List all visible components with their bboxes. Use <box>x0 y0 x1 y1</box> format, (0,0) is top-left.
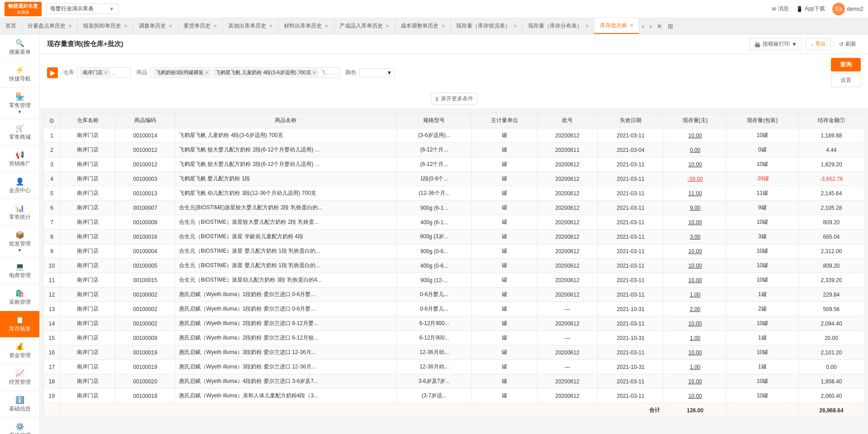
sidebar-item-purchase[interactable]: 🛍️ 采购管理 <box>0 284 39 311</box>
cell-qty-main[interactable]: 10.00 <box>664 316 726 331</box>
marketing-icon: 📢 <box>2 151 38 159</box>
messages-btn[interactable]: ✉ 消息 <box>772 5 789 13</box>
print-btn[interactable]: 🖨️ 按模板打印 ▼ <box>749 38 802 50</box>
sidebar-item-finance[interactable]: 💰 资金管理 <box>0 338 39 364</box>
sidebar-item-management[interactable]: 📈 经营管理 <box>0 364 39 391</box>
cell-qty-main[interactable]: 10.00 <box>664 259 726 273</box>
filter-expand-btn[interactable]: ▶ <box>47 67 58 78</box>
cell-idx: 19 <box>44 389 60 403</box>
cell-qty-main[interactable]: 10.00 <box>664 389 726 403</box>
th-settings: ⚙ <box>44 113 60 128</box>
sidebar-item-mall[interactable]: 🛒 零售商城 <box>0 119 39 146</box>
tab-2-close[interactable]: ✕ <box>124 24 127 28</box>
cell-qty-main[interactable]: 11.00 <box>664 186 726 201</box>
tab-1-close[interactable]: ✕ <box>68 24 72 28</box>
th-expire: 失效日期 <box>597 113 664 128</box>
cell-qty-main[interactable]: 9.00 <box>664 201 726 215</box>
query-button[interactable]: 查询 <box>831 58 861 71</box>
sidebar-item-stats[interactable]: 📊 零售统计 <box>0 199 39 226</box>
sidebar-item-search[interactable]: 🔍 搜索菜单 <box>0 34 39 61</box>
tab-5[interactable]: 其他出库单历史 ✕ <box>223 18 278 34</box>
cell-qty-main[interactable]: 10.00 <box>664 157 726 172</box>
cell-qty-main[interactable]: 0.00 <box>664 143 726 157</box>
cell-qty-main[interactable]: 10.00 <box>664 244 726 259</box>
tab-10[interactable]: 现存量（库存分布表） ✕ <box>523 18 594 34</box>
query-btns: 查询 设置 <box>831 58 861 87</box>
tab-3-close[interactable]: ✕ <box>169 24 172 28</box>
sidebar-item-basic[interactable]: ℹ️ 基础信息 <box>0 391 39 418</box>
tab-menu-btn[interactable]: ⊞ <box>665 18 676 34</box>
warehouse-tags-container[interactable]: 南岸门店 ✕ ... <box>77 67 131 78</box>
tab-11-close[interactable]: ✕ <box>630 23 633 28</box>
table-row: 11 南岸门店 00100015 合生元（BIOSTIME）派星幼儿配方奶粉 3… <box>44 273 864 288</box>
goods-tag-1-close[interactable]: ✕ <box>205 70 208 75</box>
cell-unit: 罐 <box>472 128 538 143</box>
warehouse-tag-1-close[interactable]: ✕ <box>104 70 108 75</box>
tab-9-close[interactable]: ✕ <box>513 24 517 28</box>
goods-tags-container[interactable]: 飞鹤奶粉3段丙罐裸装 ✕ 飞鹤星飞帆 儿童奶粉 4段(3-6岁适用) 700克 … <box>150 67 340 78</box>
top-bar: 畅捷通好生意 标题版 母婴行业演示库表 ▼ ✉ 消息 📱 App下载 Ea de… <box>0 0 868 18</box>
tab-11-active[interactable]: 库存批次账 ✕ <box>594 18 639 34</box>
cell-qty-pkg: 0罐 <box>726 143 798 157</box>
cell-unit: 罐 <box>472 316 538 331</box>
cell-amount: 229.84 <box>798 288 864 302</box>
print-label: 按模板打印 <box>763 40 790 48</box>
cell-qty-main[interactable]: 2.00 <box>664 302 726 316</box>
cell-code: 00100002 <box>115 316 175 331</box>
sidebar-item-marketing[interactable]: 📢 营销推广 <box>0 146 39 173</box>
settings-button[interactable]: 设置 <box>831 73 861 87</box>
cell-qty-main[interactable]: 3.00 <box>664 230 726 244</box>
tab-1[interactable]: 分量盘点单历史 ✕ <box>22 18 78 34</box>
tab-prev-btn[interactable]: ‹ <box>639 18 647 34</box>
sidebar-item-nav[interactable]: ⚡ 快捷导航 <box>0 61 39 88</box>
sidebar-item-members[interactable]: 👤 会员中心 <box>0 173 39 199</box>
tab-5-close[interactable]: ✕ <box>269 24 273 28</box>
cell-qty-main[interactable]: 1.00 <box>664 360 726 374</box>
tab-close-all-btn[interactable]: ✕ <box>654 18 665 34</box>
tab-4-close[interactable]: ✕ <box>213 24 217 28</box>
tab-3[interactable]: 调拨单历史 ✕ <box>133 18 178 34</box>
cell-qty-main[interactable]: 10.00 <box>664 128 726 143</box>
cell-qty-main[interactable]: 1.00 <box>664 331 726 345</box>
cell-idx: 9 <box>44 244 60 259</box>
th-qty-main: 现存量(主) <box>664 113 726 128</box>
tab-6-close[interactable]: ✕ <box>325 24 328 28</box>
cell-qty-main[interactable]: 10.00 <box>664 273 726 288</box>
cell-qty-main[interactable]: 10.00 <box>664 374 726 389</box>
sidebar-item-inventory[interactable]: 📋 库存核算 <box>0 311 39 338</box>
sidebar-item-system[interactable]: ⚙️ 系统管理 <box>0 418 39 434</box>
goods-tag-2-close[interactable]: ✕ <box>312 70 316 75</box>
warehouse-tag-1: 南岸门店 ✕ <box>80 69 110 76</box>
user-info[interactable]: Ea demo2 <box>832 3 863 15</box>
tab-7-close[interactable]: ✕ <box>386 24 389 28</box>
expand-more-conditions-btn[interactable]: ⊻ 展开更多条件 <box>431 93 477 105</box>
tab-7[interactable]: 产成品入库单历史 ✕ <box>334 18 395 34</box>
sidebar-item-retail[interactable]: 🏪 零售管理 ▼ <box>0 88 39 119</box>
sidebar-item-wholesale[interactable]: 📦 批发管理 ▼ <box>0 226 39 258</box>
tab-home[interactable]: 首页 <box>0 18 22 34</box>
workspace-dropdown[interactable]: 母婴行业演示库表 ▼ <box>46 4 118 14</box>
export-btn[interactable]: ↓ 导出 <box>806 38 831 50</box>
cell-qty-main[interactable]: -39.00 <box>664 172 726 186</box>
tab-4[interactable]: 要货单历史 ✕ <box>178 18 223 34</box>
table-row: 1 南岸门店 00100014 飞鹤星飞帆 儿童奶粉 4段(3-6岁适用) 70… <box>44 128 864 143</box>
tab-8-close[interactable]: ✕ <box>441 24 445 28</box>
app-download-btn[interactable]: 📱 App下载 <box>796 5 825 13</box>
sidebar-item-ecommerce[interactable]: 💻 电商管理 <box>0 258 39 284</box>
col-settings-icon[interactable]: ⚙ <box>49 117 55 124</box>
cell-qty-main[interactable]: 10.00 <box>664 215 726 230</box>
color-select[interactable]: ▼ <box>359 68 395 77</box>
refresh-btn[interactable]: ↺ 刷新 <box>835 38 861 50</box>
tab-10-close[interactable]: ✕ <box>585 24 589 28</box>
cell-warehouse: 南岸门店 <box>60 259 115 273</box>
tab-2[interactable]: 组装拆卸单历史 ✕ <box>78 18 133 34</box>
purchase-icon: 🛍️ <box>2 289 38 297</box>
cell-warehouse: 南岸门店 <box>60 374 115 389</box>
cell-qty-main[interactable]: 1.00 <box>664 288 726 302</box>
tab-9[interactable]: 现存量（库存状况表） ✕ <box>451 18 523 34</box>
tab-8[interactable]: 成本调整单历史 ✕ <box>395 18 451 34</box>
cell-unit: 罐 <box>472 244 538 259</box>
tab-next-btn[interactable]: › <box>647 18 655 34</box>
tab-6[interactable]: 材料出库单历史 ✕ <box>278 18 334 34</box>
cell-qty-main[interactable]: 10.00 <box>664 345 726 360</box>
